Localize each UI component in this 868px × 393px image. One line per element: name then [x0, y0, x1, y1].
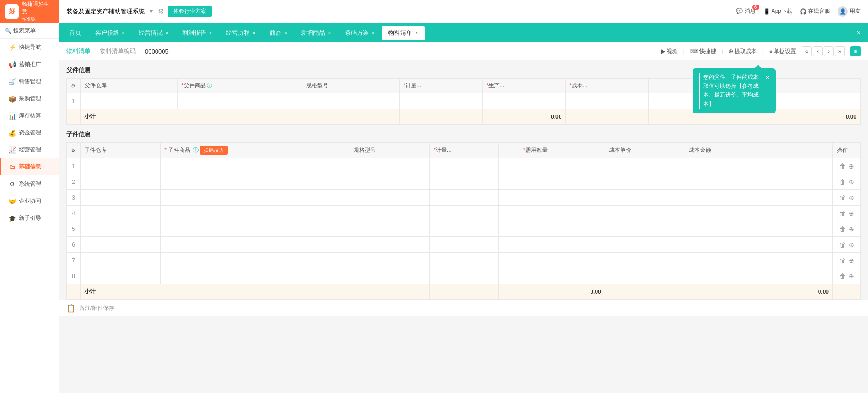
- shortcut-action[interactable]: ⌨ 快捷键: [690, 48, 716, 55]
- child-spec-cell[interactable]: [350, 174, 430, 190]
- copy-icon[interactable]: ⊕: [849, 163, 854, 170]
- expand-btn[interactable]: ≡: [850, 46, 861, 56]
- tab-operation-status-close[interactable]: ×: [165, 30, 168, 36]
- delete-icon[interactable]: 🗑: [839, 194, 846, 201]
- child-cost-price-cell[interactable]: [605, 190, 685, 206]
- tab-barcode-close[interactable]: ×: [372, 30, 374, 36]
- child-warehouse-cell[interactable]: [81, 221, 161, 237]
- sidebar-item-finance[interactable]: 💰 资金管理: [0, 124, 59, 141]
- tab-barcode[interactable]: 条码方案 ×: [338, 26, 381, 40]
- child-unit-cell[interactable]: [430, 190, 498, 206]
- child-unit-cell[interactable]: [430, 221, 498, 237]
- sidebar-item-marketing[interactable]: 📢 营销推广: [0, 56, 59, 73]
- app-download[interactable]: 📱 App下载: [763, 7, 792, 15]
- sidebar-item-inventory[interactable]: 📊 库存核算: [0, 107, 59, 124]
- view-action[interactable]: ▶ 视频: [661, 48, 678, 55]
- settings-icon[interactable]: ⚙: [158, 7, 164, 16]
- copy-icon[interactable]: ⊕: [849, 241, 854, 248]
- delete-icon[interactable]: 🗑: [839, 210, 846, 217]
- child-spec-cell[interactable]: [350, 190, 430, 206]
- child-cost-price-cell[interactable]: [605, 253, 685, 268]
- parent-spec-cell-1[interactable]: [302, 93, 399, 109]
- copy-icon[interactable]: ⊕: [849, 178, 854, 186]
- sidebar-item-basic-info[interactable]: 🗂 基础信息: [0, 158, 59, 175]
- child-quantity-cell[interactable]: [519, 206, 605, 221]
- sidebar-item-quick-nav[interactable]: ⚡ 快捷导航: [0, 39, 59, 56]
- copy-icon[interactable]: ⊕: [849, 194, 854, 201]
- user-area[interactable]: 👤 用友: [838, 6, 861, 17]
- child-warehouse-cell[interactable]: [81, 174, 161, 190]
- child-cost-price-cell[interactable]: [605, 158, 685, 174]
- child-quantity-cell[interactable]: [519, 158, 605, 174]
- child-warehouse-cell[interactable]: [81, 268, 161, 284]
- online-service[interactable]: 🎧 在线客服: [800, 7, 830, 15]
- child-quantity-cell[interactable]: [519, 253, 605, 268]
- child-warehouse-cell[interactable]: [81, 158, 161, 174]
- child-unit-cell[interactable]: [430, 158, 498, 174]
- sidebar-search[interactable]: 🔍 搜索菜单: [0, 23, 59, 39]
- child-goods-cell[interactable]: [161, 206, 350, 221]
- child-warehouse-cell[interactable]: [81, 237, 161, 253]
- child-goods-cell[interactable]: [161, 190, 350, 206]
- breadcrumb-parent[interactable]: 物料清单: [66, 47, 90, 55]
- parent-goods-cell-1[interactable]: [178, 93, 302, 109]
- child-cost-price-cell[interactable]: [605, 237, 685, 253]
- parent-warehouse-cell-1[interactable]: [81, 93, 178, 109]
- copy-icon[interactable]: ⊕: [849, 225, 854, 233]
- child-cost-price-cell[interactable]: [605, 268, 685, 284]
- tab-profit-close[interactable]: ×: [209, 30, 212, 36]
- tab-bom-close[interactable]: ×: [415, 30, 418, 36]
- child-spec-cell[interactable]: [350, 268, 430, 284]
- delete-icon[interactable]: 🗑: [839, 241, 846, 248]
- parent-unit-cell-1[interactable]: [399, 93, 482, 109]
- pager-prev[interactable]: ‹: [813, 46, 823, 56]
- tab-profit[interactable]: 利润报告 ×: [176, 26, 218, 40]
- nav-close-all-btn[interactable]: ×: [853, 27, 864, 38]
- doc-settings-action[interactable]: ≡ 单据设置: [769, 48, 796, 55]
- child-goods-cell[interactable]: [161, 268, 350, 284]
- copy-icon[interactable]: ⊕: [849, 257, 854, 264]
- dropdown-arrow-icon[interactable]: ▼: [148, 8, 154, 15]
- child-spec-cell[interactable]: [350, 221, 430, 237]
- sidebar-item-operation[interactable]: 📈 经营管理: [0, 141, 59, 158]
- pager-next-next[interactable]: »: [835, 46, 845, 56]
- copy-icon[interactable]: ⊕: [849, 210, 854, 217]
- child-unit-cell[interactable]: [430, 174, 498, 190]
- tab-history[interactable]: 经营历程 ×: [219, 26, 262, 40]
- child-goods-cell[interactable]: [161, 221, 350, 237]
- child-cost-price-cell[interactable]: [605, 174, 685, 190]
- sidebar-item-guide[interactable]: 🎓 新手引导: [0, 210, 59, 227]
- tab-history-close[interactable]: ×: [253, 30, 255, 36]
- pager-prev-prev[interactable]: «: [802, 46, 812, 56]
- child-spec-cell[interactable]: [350, 206, 430, 221]
- tab-operation-status[interactable]: 经营情况 ×: [132, 26, 175, 40]
- child-cost-price-cell[interactable]: [605, 221, 685, 237]
- scan-btn[interactable]: 扫码录入: [200, 146, 228, 155]
- pager-next[interactable]: ›: [824, 46, 834, 56]
- sidebar-item-sales[interactable]: 🛒 销售管理: [0, 73, 59, 90]
- extract-cost-action[interactable]: ⊕ 提取成本: [729, 48, 757, 55]
- child-warehouse-cell[interactable]: [81, 190, 161, 206]
- delete-icon[interactable]: 🗑: [839, 225, 846, 233]
- sidebar-item-purchase[interactable]: 📦 采购管理: [0, 90, 59, 107]
- delete-icon[interactable]: 🗑: [839, 257, 846, 264]
- child-spec-cell[interactable]: [350, 158, 430, 174]
- delete-icon[interactable]: 🗑: [839, 272, 846, 280]
- child-goods-cell[interactable]: [161, 174, 350, 190]
- child-unit-cell[interactable]: [430, 253, 498, 268]
- tab-home[interactable]: 首页: [63, 26, 88, 40]
- child-unit-cell[interactable]: [430, 206, 498, 221]
- th-settings[interactable]: ⚙: [67, 79, 81, 93]
- child-quantity-cell[interactable]: [519, 174, 605, 190]
- sidebar-item-system[interactable]: ⚙ 系统管理: [0, 175, 59, 193]
- child-quantity-cell[interactable]: [519, 237, 605, 253]
- child-quantity-cell[interactable]: [519, 221, 605, 237]
- message-wrap[interactable]: 💬 6 消息: [736, 7, 755, 15]
- child-goods-cell[interactable]: [161, 253, 350, 268]
- sidebar-item-enterprise[interactable]: 🤝 企业协同: [0, 193, 59, 210]
- tab-customer-close[interactable]: ×: [122, 30, 125, 36]
- child-goods-cell[interactable]: [161, 158, 350, 174]
- tab-customer[interactable]: 客户联络 ×: [89, 26, 131, 40]
- child-goods-cell[interactable]: [161, 237, 350, 253]
- child-spec-cell[interactable]: [350, 237, 430, 253]
